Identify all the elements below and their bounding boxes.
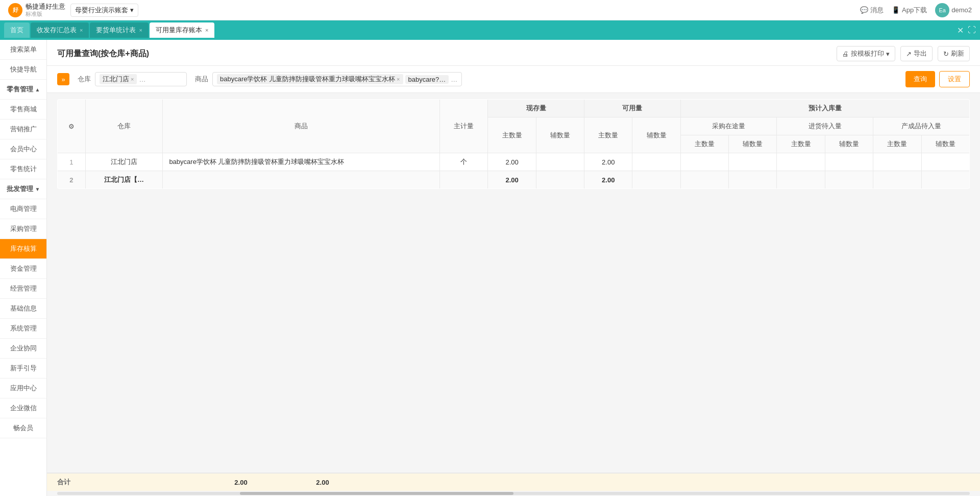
user-action[interactable]: Ea demo2 bbox=[935, 3, 972, 17]
product-filter-group: 商品 babycare学饮杯 儿童防摔防撞吸管杯重力球吸嘴杯宝宝水杯 × bab… bbox=[195, 72, 462, 86]
expand-icon: » bbox=[61, 76, 65, 83]
product-tag-2: babycare?… bbox=[405, 75, 449, 84]
fullscreen-button[interactable]: ⛶ bbox=[968, 26, 976, 35]
sidebar-item-ecom-mgmt[interactable]: 电商管理 bbox=[0, 199, 46, 219]
refresh-label: 刷新 bbox=[951, 49, 964, 58]
tab-home[interactable]: 首页 bbox=[4, 22, 30, 38]
sidebar-item-purchase-mgmt[interactable]: 采购管理 bbox=[0, 219, 46, 239]
footer-stock-aux bbox=[261, 479, 302, 486]
footer-values: 2.00 2.00 bbox=[118, 479, 970, 486]
top-bar: 好 畅捷通好生意 标准版 母婴行业演示账套 ▾ 💬 消息 📱 App下载 Ea … bbox=[0, 0, 980, 20]
scrollbar-track bbox=[57, 492, 970, 495]
settings-button[interactable]: 设置 bbox=[939, 71, 970, 87]
table-header-stock-group: 现存量 bbox=[488, 100, 584, 117]
message-action[interactable]: 💬 消息 bbox=[860, 6, 884, 15]
table-header-gear[interactable]: ⚙ bbox=[58, 100, 86, 153]
footer-stock-main-value: 2.00 bbox=[220, 479, 261, 486]
row-1-avail-main: 2.00 bbox=[584, 153, 632, 171]
query-button[interactable]: 查询 bbox=[905, 71, 935, 87]
sidebar-item-new-guide[interactable]: 新手引导 bbox=[0, 359, 46, 379]
sidebar-item-system-mgmt[interactable]: 系统管理 bbox=[0, 319, 46, 339]
row-2-stock-aux bbox=[536, 171, 584, 189]
row-1-production-main bbox=[873, 153, 921, 171]
sidebar-inventory-label: 库存核算 bbox=[10, 245, 37, 252]
product-more-dots[interactable]: … bbox=[451, 76, 457, 83]
refresh-icon: ↻ bbox=[943, 50, 949, 58]
sidebar-enterprise-collab-label: 企业协同 bbox=[10, 344, 37, 352]
filter-expand-button[interactable]: » bbox=[57, 73, 69, 85]
row-2-unit bbox=[440, 171, 488, 189]
tab-receivable-close[interactable]: × bbox=[80, 27, 83, 33]
export-button[interactable]: ↗ 导出 bbox=[900, 46, 933, 61]
message-icon: 💬 bbox=[860, 6, 868, 14]
table-header-purchase-aux: 辅数量 bbox=[729, 135, 777, 153]
close-all-tabs-button[interactable]: ✕ bbox=[957, 26, 964, 35]
sidebar-item-quick-nav[interactable]: 快捷导航 bbox=[0, 60, 46, 80]
sidebar-item-inventory[interactable]: 库存核算 bbox=[0, 239, 46, 259]
sidebar-item-batch-mgmt[interactable]: 批发管理 ▼ bbox=[0, 179, 46, 199]
sidebar-item-basic-info[interactable]: 基础信息 bbox=[0, 299, 46, 319]
footer-stock-main bbox=[118, 479, 220, 486]
download-icon: 📱 bbox=[892, 6, 900, 14]
warehouse-tag-close[interactable]: × bbox=[131, 76, 134, 82]
avatar: Ea bbox=[935, 3, 949, 17]
table-header-production-main: 主数量 bbox=[873, 135, 921, 153]
sidebar-item-operations[interactable]: 经营管理 bbox=[0, 279, 46, 299]
sidebar-item-marketing[interactable]: 营销推广 bbox=[0, 120, 46, 139]
row-2-stock-main: 2.00 bbox=[488, 171, 536, 189]
tab-home-label: 首页 bbox=[10, 26, 23, 35]
scrollbar-thumb[interactable] bbox=[240, 492, 513, 495]
sidebar-item-chang-member[interactable]: 畅会员 bbox=[0, 418, 46, 438]
sidebar-marketing-label: 营销推广 bbox=[10, 125, 37, 133]
product-filter-label: 商品 bbox=[195, 75, 208, 84]
product-tag-1-close[interactable]: × bbox=[397, 76, 400, 82]
industry-selector[interactable]: 母婴行业演示账套 ▾ bbox=[70, 4, 138, 17]
sidebar-retail-mgmt-label: 零售管理 bbox=[7, 85, 33, 94]
sidebar-item-member[interactable]: 会员中心 bbox=[0, 139, 46, 159]
sidebar-item-retail-stat[interactable]: 零售统计 bbox=[0, 159, 46, 179]
tab-order-stat[interactable]: 要货单统计表 × bbox=[90, 22, 148, 38]
sidebar-ecom-mgmt-label: 电商管理 bbox=[10, 205, 37, 212]
tab-bar-right: ✕ ⛶ bbox=[957, 26, 976, 35]
sidebar-item-app-center[interactable]: 应用中心 bbox=[0, 379, 46, 398]
tab-available-stock[interactable]: 可用量库存账本 × bbox=[150, 22, 214, 38]
tab-receivable[interactable]: 收发存汇总表 × bbox=[31, 22, 89, 38]
sidebar-chang-member-label: 畅会员 bbox=[13, 424, 33, 432]
sidebar-item-retail-mall[interactable]: 零售商城 bbox=[0, 100, 46, 120]
sidebar-item-search[interactable]: 搜索菜单 bbox=[0, 40, 46, 60]
warehouse-more-dots[interactable]: … bbox=[139, 76, 145, 83]
warehouse-filter-input[interactable]: 江北门店 × … bbox=[95, 72, 187, 86]
row-2-avail-main: 2.00 bbox=[584, 171, 632, 189]
sidebar-search-label: 搜索菜单 bbox=[10, 45, 37, 53]
product-tag-1: babycare学饮杯 儿童防摔防撞吸管杯重力球吸嘴杯宝宝水杯 × bbox=[217, 74, 403, 84]
filter-actions: 查询 设置 bbox=[905, 71, 970, 87]
export-icon: ↗ bbox=[906, 50, 912, 58]
tab-order-stat-label: 要货单统计表 bbox=[96, 26, 136, 35]
row-1-inbound-aux bbox=[825, 153, 873, 171]
table-header-stock-main: 主数量 bbox=[488, 117, 536, 153]
table-header-avail-main: 主数量 bbox=[584, 117, 632, 153]
filter-bar: » 仓库 江北门店 × … 商品 babycare学饮杯 儿童防摔防撞吸管杯重力… bbox=[47, 66, 980, 93]
download-action[interactable]: 📱 App下载 bbox=[892, 6, 927, 15]
print-icon: 🖨 bbox=[842, 50, 849, 58]
print-button[interactable]: 🖨 按模板打印 ▾ bbox=[837, 46, 895, 61]
table-header-avail-aux: 辅数量 bbox=[632, 117, 680, 153]
product-filter-input[interactable]: babycare学饮杯 儿童防摔防撞吸管杯重力球吸嘴杯宝宝水杯 × babyca… bbox=[212, 72, 462, 86]
sidebar-item-enterprise-wechat[interactable]: 企业微信 bbox=[0, 398, 46, 418]
sidebar-finance-mgmt-label: 资金管理 bbox=[10, 265, 37, 272]
tab-order-stat-close[interactable]: × bbox=[139, 27, 142, 33]
sidebar-item-retail-mgmt[interactable]: 零售管理 ▲ bbox=[0, 80, 46, 100]
sidebar-item-finance-mgmt[interactable]: 资金管理 bbox=[0, 259, 46, 279]
content-area: 可用量查询(按仓库+商品) 🖨 按模板打印 ▾ ↗ 导出 ↻ 刷新 bbox=[47, 40, 980, 496]
horizontal-scrollbar[interactable] bbox=[47, 491, 980, 496]
warehouse-tag-value: 江北门店 bbox=[103, 75, 129, 84]
tab-available-stock-close[interactable]: × bbox=[205, 27, 208, 33]
row-1-avail-aux bbox=[632, 153, 680, 171]
table-header-available-group: 可用量 bbox=[584, 100, 681, 117]
message-label: 消息 bbox=[870, 6, 884, 15]
refresh-button[interactable]: ↻ 刷新 bbox=[938, 46, 970, 61]
row-1-purchase-aux bbox=[729, 153, 777, 171]
table-header-inbound-main: 主数量 bbox=[777, 135, 825, 153]
sidebar-item-enterprise-collab[interactable]: 企业协同 bbox=[0, 339, 46, 359]
tab-bar: 首页 收发存汇总表 × 要货单统计表 × 可用量库存账本 × ✕ ⛶ bbox=[0, 20, 980, 40]
